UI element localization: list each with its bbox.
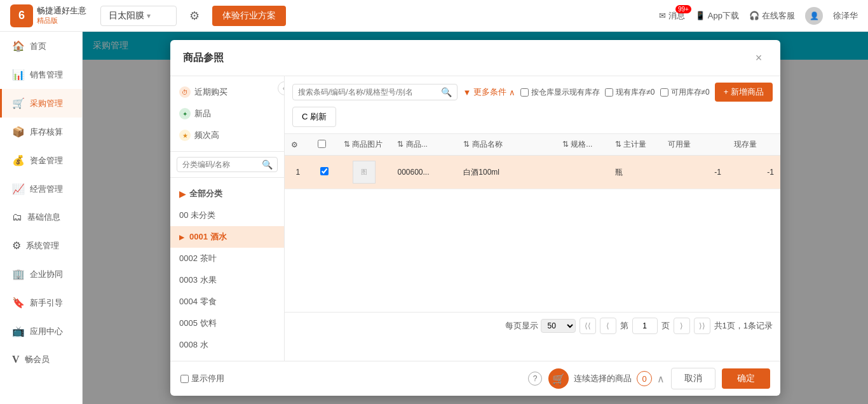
sidebar-item-home[interactable]: 🏠 首页 — [0, 32, 82, 60]
sidebar-item-inventory[interactable]: 📦 库存核算 — [0, 118, 82, 146]
modal-body: ⏱ 近期购买 ✦ 新品 ★ 频次高 — [170, 76, 780, 361]
select-all-checkbox[interactable] — [318, 140, 326, 148]
cat-item-00[interactable]: 00 未分类 — [170, 205, 284, 226]
sidebar-item-system[interactable]: ⚙ 系统管理 — [0, 231, 82, 260]
cat-item-0001[interactable]: ▶ 0001 酒水 — [170, 226, 284, 248]
product-search-icon[interactable]: 🔍 — [441, 87, 452, 97]
checkbox-avail-label[interactable]: 可用库存≠0 — [660, 87, 710, 98]
sidebar-item-enterprise[interactable]: 🏢 企业协同 — [0, 260, 82, 288]
sidebar-item-finance[interactable]: 💰 资金管理 — [0, 146, 82, 175]
category-list: ▶ 全部分类 00 未分类 ▶ 0001 酒水 0002 茶 — [170, 178, 284, 361]
cart-icon-button[interactable]: 🛒 — [548, 368, 569, 389]
cat-item-0003[interactable]: 0003 水果 — [170, 269, 284, 291]
add-product-button[interactable]: + 新增商品 — [715, 83, 773, 102]
cancel-button[interactable]: 取消 — [671, 368, 715, 389]
sidebar: 🏠 首页 📊 销售管理 🛒 采购管理 📦 库存核算 💰 资金管理 📈 经营管理 … — [0, 32, 83, 404]
main-layout: 🏠 首页 📊 销售管理 🛒 采购管理 📦 库存核算 💰 资金管理 📈 经营管理 … — [0, 32, 868, 404]
page-size-dropdown[interactable]: 50 100 200 — [541, 319, 576, 333]
row-num: 1 — [285, 156, 311, 189]
sidebar-item-sales[interactable]: 📊 销售管理 — [0, 60, 82, 89]
category-search-icon[interactable]: 🔍 — [262, 159, 273, 170]
sort-arrows-spec[interactable]: ⇅ — [562, 140, 569, 149]
tab-new-label: 新品 — [194, 108, 211, 119]
sort-arrows-img[interactable]: ⇅ — [344, 140, 350, 149]
cat-item-0005[interactable]: 0005 饮料 — [170, 313, 284, 334]
checkbox-avail[interactable] — [660, 88, 668, 97]
first-page-button[interactable]: ⟨⟨ — [580, 318, 596, 334]
col-header-settings[interactable]: ⚙ — [285, 134, 311, 156]
recent-icon: ⏱ — [179, 86, 191, 98]
modal-overlay: 商品参照 × ⏱ 近期购买 ✦ — [83, 32, 868, 404]
sidebar-item-apps[interactable]: 📺 应用中心 — [0, 317, 82, 346]
app-download-button[interactable]: 📱 App下载 — [695, 10, 739, 22]
online-service-button[interactable]: 🎧 在线客服 — [749, 10, 795, 22]
sidebar-item-guide[interactable]: 🔖 新手引导 — [0, 288, 82, 317]
row-unit: 瓶 — [609, 156, 661, 189]
col-header-checkbox — [311, 134, 338, 156]
checkbox-current[interactable] — [605, 88, 613, 97]
sort-arrows-name[interactable]: ⇅ — [463, 140, 470, 149]
modal-close-button[interactable]: × — [750, 49, 768, 67]
sidebar-item-member[interactable]: V 畅会员 — [0, 346, 82, 374]
tab-new[interactable]: ✦ 新品 — [170, 103, 284, 125]
row-checkbox[interactable] — [320, 167, 329, 175]
cart-area: 🛒 连续选择的商品 0 ∧ — [548, 368, 665, 389]
filter-button[interactable]: ▼ 更多条件 ∧ — [463, 86, 515, 98]
cat-item-all[interactable]: ▶ 全部分类 — [170, 183, 284, 205]
sidebar-label-apps: 应用中心 — [30, 326, 63, 337]
enterprise-icon: 🏢 — [12, 268, 25, 280]
refresh-button[interactable]: C 刷新 — [292, 107, 336, 127]
user-avatar[interactable]: 👤 — [805, 7, 823, 25]
message-button[interactable]: ✉ 消息 99+ — [659, 10, 685, 22]
new-icon: ✦ — [179, 108, 191, 119]
tab-recent[interactable]: ⏱ 近期购买 — [170, 81, 284, 103]
checkbox-warehouse[interactable] — [520, 88, 529, 97]
last-page-button[interactable]: ⟩⟩ — [694, 318, 710, 334]
table-row[interactable]: 1 图 000600... 白酒100ml 瓶 — [285, 156, 780, 189]
row-code: 000600... — [391, 156, 457, 189]
sidebar-item-operations[interactable]: 📈 经营管理 — [0, 175, 82, 203]
category-panel: ⏱ 近期购买 ✦ 新品 ★ 频次高 — [170, 76, 285, 361]
show-disabled-label[interactable]: 显示停用 — [180, 373, 224, 384]
row-checkbox-cell[interactable] — [311, 156, 338, 189]
page-size-select: 每页显示 50 100 200 — [505, 319, 576, 333]
checkbox-warehouse-label[interactable]: 按仓库显示现有库存 — [520, 87, 600, 98]
cat-item-0004[interactable]: 0004 零食 — [170, 291, 284, 313]
apps-icon: 📺 — [12, 325, 25, 337]
help-button[interactable]: ? — [528, 372, 542, 386]
show-disabled-checkbox[interactable] — [180, 375, 189, 383]
page-number-input[interactable] — [632, 318, 658, 334]
guide-icon: 🔖 — [12, 297, 25, 309]
sidebar-item-basic[interactable]: 🗂 基础信息 — [0, 203, 82, 231]
page-label: 第 — [620, 320, 628, 332]
cat-0002-label: 0002 茶叶 — [179, 253, 217, 264]
confirm-button[interactable]: 确定 — [722, 368, 770, 389]
col-header-avail: 可用量 — [661, 134, 728, 156]
settings-icon[interactable]: ⚙ — [184, 6, 205, 26]
chevron-up-icon[interactable]: ∧ — [657, 373, 665, 385]
inventory-icon: 📦 — [12, 126, 25, 138]
modal-title: 商品参照 — [183, 51, 224, 65]
product-search-input[interactable] — [298, 88, 438, 97]
next-page-button[interactable]: ⟩ — [674, 318, 690, 334]
sort-arrows-code[interactable]: ⇅ — [397, 140, 403, 149]
filter-icon: ▼ — [463, 88, 471, 97]
service-icon: 🎧 — [749, 11, 759, 20]
cart-count: 0 — [637, 371, 652, 386]
user-name-label[interactable]: 徐泽华 — [833, 10, 858, 22]
trial-button[interactable]: 体验行业方案 — [212, 6, 286, 26]
filter-arrow: ∧ — [509, 88, 515, 97]
app-icon: 📱 — [695, 11, 705, 20]
tenant-dropdown[interactable]: 日太阳膜 ▾ — [100, 6, 177, 26]
sidebar-item-purchase[interactable]: 🛒 采购管理 — [0, 89, 82, 118]
cat-item-0010[interactable]: 0010 家电 — [170, 356, 284, 361]
cat-all-label: 全部分类 — [189, 188, 222, 199]
checkbox-current-label[interactable]: 现有库存≠0 — [605, 87, 654, 98]
tab-recent-label: 近期购买 — [194, 86, 227, 98]
tab-frequent[interactable]: ★ 频次高 — [170, 125, 284, 146]
sort-arrows-unit[interactable]: ⇅ — [615, 140, 621, 149]
purchase-icon: 🛒 — [12, 97, 25, 109]
cat-item-0008[interactable]: 0008 水 — [170, 334, 284, 356]
cat-item-0002[interactable]: 0002 茶叶 — [170, 248, 284, 269]
prev-page-button[interactable]: ⟨ — [600, 318, 616, 334]
